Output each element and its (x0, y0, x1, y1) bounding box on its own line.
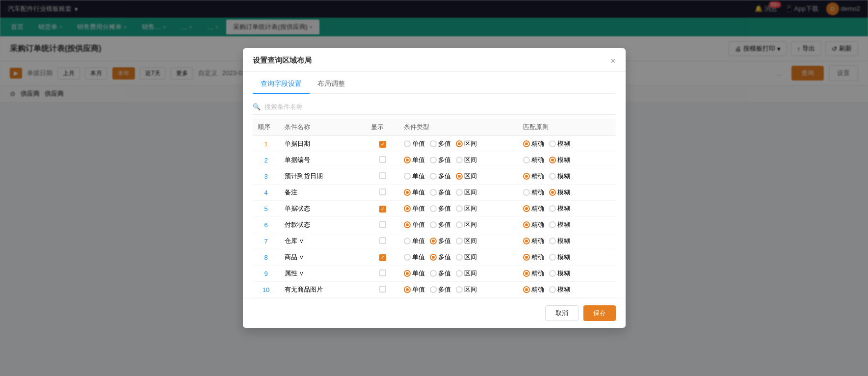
tab-fields[interactable]: 查询字段设置 (253, 77, 310, 93)
dialog-tab-bar: 查询字段设置 布局调整 (253, 72, 616, 94)
dialog-body: 查询字段设置 布局调整 🔍 顺序 条件名称 显示 (243, 72, 626, 103)
dialog-title: 设置查询区域布局 (253, 56, 312, 65)
search-bar: 🔍 (253, 100, 616, 103)
modal-overlay: 设置查询区域布局 × 查询字段设置 布局调整 🔍 (0, 0, 868, 103)
dialog: 设置查询区域布局 × 查询字段设置 布局调整 🔍 (243, 48, 626, 103)
dialog-header: 设置查询区域布局 × (243, 48, 626, 72)
dialog-close-btn[interactable]: × (610, 56, 616, 65)
tab-layout[interactable]: 布局调整 (310, 77, 353, 93)
